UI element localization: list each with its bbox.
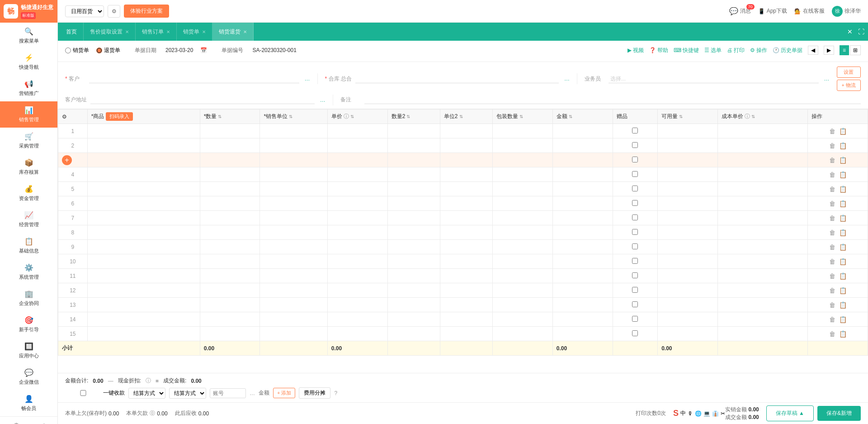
staff-input[interactable] xyxy=(609,75,819,83)
gift-checkbox-10[interactable] xyxy=(632,258,638,264)
select-btn[interactable]: ☰ 选单 xyxy=(704,47,722,54)
gift-checkbox-13[interactable] xyxy=(632,301,638,307)
goods-input-1[interactable] xyxy=(91,128,196,134)
delete-row-btn-5[interactable]: 🗑 xyxy=(828,185,836,194)
gift-checkbox-6[interactable] xyxy=(632,200,638,206)
sidebar-item-marketing[interactable]: 📢 营销推广 xyxy=(0,75,57,101)
unit2-sort-icon[interactable] xyxy=(459,114,463,119)
goods-input-13[interactable] xyxy=(91,302,196,308)
cost-sort-icon[interactable] xyxy=(751,114,755,119)
goods-input-14[interactable] xyxy=(91,316,196,323)
copy-row-btn-9[interactable]: 📋 xyxy=(838,243,848,252)
copy-row-btn-8[interactable]: 📋 xyxy=(838,228,848,237)
one-click-payment-checkbox[interactable] xyxy=(65,390,101,396)
sidebar-item-shortcut[interactable]: ⚡ 快捷导航 xyxy=(0,49,57,75)
copy-row-btn-6[interactable]: 📋 xyxy=(838,199,848,208)
view-table-btn[interactable]: ≡ xyxy=(840,45,849,55)
price-sort-icon[interactable] xyxy=(350,114,354,119)
cell-goods-14[interactable] xyxy=(87,312,200,327)
sidebar-item-basic[interactable]: 📋 基础信息 xyxy=(0,233,57,259)
cell-goods-2[interactable] xyxy=(87,138,200,153)
copy-row-btn-13[interactable]: 📋 xyxy=(838,300,848,310)
copy-row-btn-12[interactable]: 📋 xyxy=(838,286,848,295)
sidebar-item-wechat[interactable]: 💬 企业微信 xyxy=(0,364,57,390)
add-payment-btn[interactable]: + 添加 xyxy=(273,388,295,398)
tab-close-sale[interactable]: ✕ xyxy=(202,29,206,34)
tab-sale-order[interactable]: 销售订单 ✕ xyxy=(136,23,177,41)
gift-checkbox-15[interactable] xyxy=(632,330,638,336)
delete-row-btn-15[interactable]: 🗑 xyxy=(828,329,836,338)
delete-row-btn-14[interactable]: 🗑 xyxy=(828,315,836,324)
settings-gear-btn[interactable]: ⚙ xyxy=(108,5,120,18)
scan-btn[interactable]: 扫码录入 xyxy=(106,112,133,121)
goods-input-9[interactable] xyxy=(91,244,196,250)
goods-input-7[interactable] xyxy=(91,215,196,221)
sidebar-item-newbie[interactable]: 🎯 新手引导 xyxy=(0,311,57,338)
goods-input-6[interactable] xyxy=(91,200,196,207)
sidebar-item-search[interactable]: 🔍 搜索菜单 xyxy=(0,23,57,49)
shortcut-btn[interactable]: ⌨ 快捷键 xyxy=(674,47,699,54)
staff-dots-btn[interactable]: … xyxy=(824,76,830,82)
delete-row-btn-13[interactable]: 🗑 xyxy=(828,300,836,310)
print-btn[interactable]: 🖨 打印 xyxy=(727,47,745,54)
copy-row-btn-1[interactable]: 📋 xyxy=(838,127,848,136)
one-click-payment-label[interactable]: 一键收款 xyxy=(65,389,125,397)
tab-sale-price[interactable]: 售价提取设置 ✕ xyxy=(84,23,136,41)
gift-checkbox-4[interactable] xyxy=(632,171,638,177)
delete-row-btn-3[interactable]: 🗑 xyxy=(828,156,836,165)
gift-checkbox-2[interactable] xyxy=(632,142,638,148)
cell-goods-15[interactable] xyxy=(87,327,200,341)
unit-sort-icon[interactable] xyxy=(289,114,292,119)
cell-goods-13[interactable] xyxy=(87,298,200,312)
sidebar-item-inventory[interactable]: 📦 库存核算 xyxy=(0,154,57,180)
delete-row-btn-4[interactable]: 🗑 xyxy=(828,170,836,179)
goods-input-2[interactable] xyxy=(91,143,196,149)
goods-input-8[interactable] xyxy=(91,229,196,236)
copy-row-btn-3[interactable]: 📋 xyxy=(838,156,848,165)
cell-goods-4[interactable] xyxy=(87,167,200,182)
nav-prev-btn[interactable]: ◀ xyxy=(808,46,818,55)
goods-input-15[interactable] xyxy=(91,331,196,337)
copy-row-btn-10[interactable]: 📋 xyxy=(838,257,848,266)
cell-goods-1[interactable] xyxy=(87,124,200,138)
gift-checkbox-7[interactable] xyxy=(632,214,638,220)
tab-sale[interactable]: 销货单 ✕ xyxy=(177,23,212,41)
customer-dots-btn[interactable]: … xyxy=(305,76,310,82)
gift-checkbox-12[interactable] xyxy=(632,287,638,293)
cell-goods-5[interactable] xyxy=(87,182,200,196)
gift-checkbox-1[interactable] xyxy=(632,128,638,133)
online-service-btn[interactable]: 💁 在线客服 xyxy=(794,7,825,15)
goods-input-4[interactable] xyxy=(91,172,196,178)
calendar-icon[interactable]: 📅 xyxy=(200,47,207,53)
account-dots-btn[interactable]: … xyxy=(250,390,255,396)
tab-close-all-btn[interactable]: ✕ xyxy=(845,26,854,37)
fee-info-icon[interactable]: ? xyxy=(334,390,337,396)
delete-row-btn-10[interactable]: 🗑 xyxy=(828,257,836,266)
copy-row-btn-4[interactable]: 📋 xyxy=(838,170,848,179)
logistics-btn[interactable]: + 物流 xyxy=(837,80,861,91)
tab-close-sale-price[interactable]: ✕ xyxy=(125,29,129,34)
sidebar-item-system[interactable]: ⚙️ 系统管理 xyxy=(0,259,57,285)
delete-row-btn-7[interactable]: 🗑 xyxy=(828,214,836,223)
cell-goods-6[interactable] xyxy=(87,196,200,211)
message-icon-btn[interactable]: 💬 70 消息 xyxy=(729,7,751,15)
sidebar-item-funds[interactable]: 💰 资金管理 xyxy=(0,180,57,206)
gift-checkbox-9[interactable] xyxy=(632,243,638,249)
warehouse-dots-btn[interactable]: … xyxy=(564,76,570,82)
operate-btn[interactable]: ⚙ 操作 xyxy=(750,47,767,54)
save-draft-btn[interactable]: 保存草稿 ▲ xyxy=(766,405,814,421)
delete-row-btn-6[interactable]: 🗑 xyxy=(828,199,836,208)
radio-sale[interactable]: 销货单 xyxy=(65,47,89,54)
cell-goods-10[interactable] xyxy=(87,254,200,269)
radio-return-input[interactable] xyxy=(96,48,102,53)
experience-btn[interactable]: 体验行业方案 xyxy=(124,5,169,18)
gift-checkbox-5[interactable] xyxy=(632,186,638,191)
cell-goods-9[interactable] xyxy=(87,240,200,254)
tab-close-sale-return[interactable]: ✕ xyxy=(243,29,247,34)
delete-row-btn-2[interactable]: 🗑 xyxy=(828,141,836,150)
delete-row-btn-11[interactable]: 🗑 xyxy=(828,272,836,281)
price-info-icon[interactable]: ⓘ xyxy=(344,113,349,119)
video-btn[interactable]: ▶ 视频 xyxy=(627,47,644,54)
account-input[interactable] xyxy=(210,388,246,398)
account-select[interactable]: 结算方式 xyxy=(169,388,206,399)
